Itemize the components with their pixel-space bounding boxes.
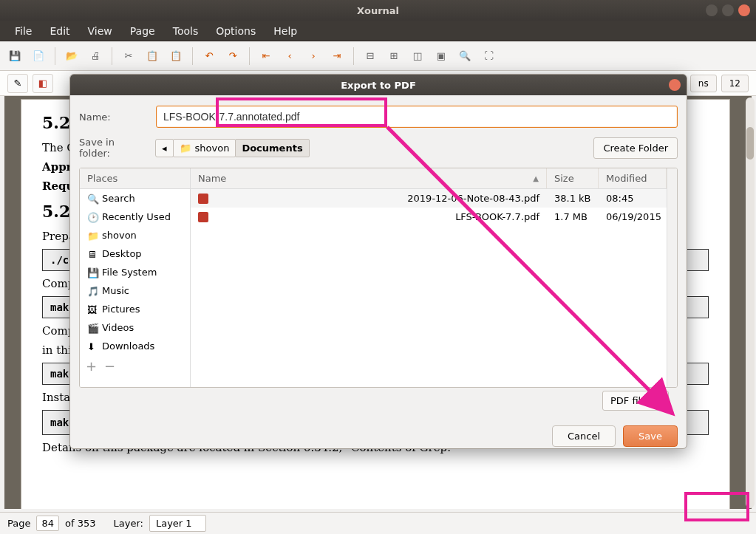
place-label: Desktop <box>102 248 142 259</box>
menu-view[interactable]: View <box>81 22 120 40</box>
remove-bookmark-icon[interactable]: − <box>104 358 115 374</box>
folder-breadcrumb: ◂ 📁shovon Documents <box>156 139 310 157</box>
place-item-desktop[interactable]: 🖥Desktop <box>80 244 190 263</box>
zoom-in-icon[interactable]: ⊞ <box>384 46 404 66</box>
add-bookmark-icon[interactable]: + <box>86 358 97 374</box>
place-icon: 🕑 <box>87 212 98 222</box>
open-icon[interactable]: 📂 <box>61 46 82 66</box>
place-item-search[interactable]: 🔍Search <box>80 189 190 208</box>
place-label: Pictures <box>102 304 140 315</box>
place-item-pictures[interactable]: 🖼Pictures <box>80 300 190 318</box>
file-modified: 08:45 <box>599 189 667 208</box>
zoom-out-icon[interactable]: ⊟ <box>360 46 381 66</box>
breadcrumb-documents[interactable]: Documents <box>235 139 309 157</box>
breadcrumb-shovon[interactable]: 📁shovon <box>173 139 236 157</box>
file-name: 2019-12-06-Note-08-43.pdf <box>407 193 539 204</box>
new-icon[interactable]: 📄 <box>28 46 49 66</box>
place-label: File System <box>102 267 157 278</box>
file-modified: 06/19/2015 <box>599 208 667 226</box>
file-size: 1.7 MB <box>547 208 599 226</box>
place-item-recently-used[interactable]: 🕑Recently Used <box>80 208 190 226</box>
page-spinner[interactable]: 84 <box>36 516 59 531</box>
place-item-downloads[interactable]: ⬇Downloads <box>80 337 190 355</box>
place-label: Search <box>102 193 135 204</box>
copy-icon[interactable]: 📋 <box>142 46 163 66</box>
place-label: Downloads <box>102 340 154 352</box>
fit-page-icon[interactable]: ▣ <box>431 46 452 66</box>
place-label: Music <box>102 285 129 296</box>
dialog-close-icon[interactable] <box>669 79 681 91</box>
pencil-tool-icon[interactable]: ✎ <box>7 74 28 93</box>
file-row[interactable]: 2019-12-06-Note-08-43.pdf38.1 kB08:45 <box>191 189 667 208</box>
place-label: shovon <box>102 230 137 241</box>
cancel-button[interactable]: Cancel <box>552 425 616 447</box>
place-icon: 🖼 <box>87 304 98 315</box>
pdf-file-icon <box>198 212 208 222</box>
create-folder-button[interactable]: Create Folder <box>593 137 678 159</box>
file-list-header: Name▲ Size Modified <box>191 168 667 189</box>
file-list-scrollbar[interactable] <box>667 168 677 387</box>
place-item-file-system[interactable]: 💾File System <box>80 263 190 281</box>
pdf-file-icon <box>198 194 208 204</box>
tab-ns[interactable]: ns <box>690 75 717 92</box>
place-item-videos[interactable]: 🎬Videos <box>80 318 190 337</box>
save-icon[interactable]: 💾 <box>4 46 25 66</box>
dialog-title-bar: Export to PDF <box>70 75 687 95</box>
filename-input[interactable] <box>156 106 678 128</box>
next-page-icon[interactable]: › <box>303 46 324 66</box>
file-name: LFS-BOOK-7.7.pdf <box>455 211 539 222</box>
maximize-button[interactable] <box>722 4 734 16</box>
menu-bar: File Edit View Page Tools Options Help <box>0 21 756 41</box>
app-title: Xournal <box>357 5 399 16</box>
breadcrumb-back-icon[interactable]: ◂ <box>155 139 174 157</box>
page-of: of 353 <box>65 518 95 529</box>
paste-icon[interactable]: 📋 <box>166 46 186 66</box>
prev-page-icon[interactable]: ‹ <box>279 46 300 66</box>
file-list: Name▲ Size Modified 2019-12-06-Note-08-4… <box>191 168 667 387</box>
menu-page[interactable]: Page <box>123 22 163 40</box>
menu-edit[interactable]: Edit <box>42 22 77 40</box>
cut-icon[interactable]: ✂ <box>118 46 139 66</box>
col-modified-header[interactable]: Modified <box>599 168 667 188</box>
place-icon: 🎵 <box>87 286 98 296</box>
place-icon: 💾 <box>87 267 98 278</box>
save-button[interactable]: Save <box>623 425 678 447</box>
minimize-button[interactable] <box>706 4 718 16</box>
fullscreen-icon[interactable]: ⛶ <box>478 46 499 66</box>
menu-help[interactable]: Help <box>266 22 304 40</box>
menu-tools[interactable]: Tools <box>166 22 206 40</box>
fit-width-icon[interactable]: ◫ <box>407 46 428 66</box>
folder-label: Save in folder: <box>79 137 147 159</box>
vertical-scrollbar[interactable] <box>746 97 755 508</box>
place-item-music[interactable]: 🎵Music <box>80 281 190 300</box>
file-size: 38.1 kB <box>547 189 599 208</box>
layer-dropdown[interactable]: Layer 1 <box>149 515 206 532</box>
place-label: Videos <box>102 322 134 333</box>
place-icon: ⬇ <box>87 341 98 352</box>
file-row[interactable]: LFS-BOOK-7.7.pdf1.7 MB06/19/2015 <box>191 208 667 226</box>
dialog-title: Export to PDF <box>341 80 416 91</box>
menu-options[interactable]: Options <box>208 22 263 40</box>
status-bar: Page 84 of 353 Layer: Layer 1 <box>0 512 756 534</box>
place-label: Recently Used <box>102 211 171 222</box>
zoom-icon[interactable]: 🔍 <box>454 46 475 66</box>
place-icon: 🔍 <box>87 194 98 204</box>
close-button[interactable] <box>738 4 750 16</box>
first-page-icon[interactable]: ⇤ <box>256 46 276 66</box>
file-type-filter[interactable]: PDF files <box>602 391 669 411</box>
last-page-icon[interactable]: ⇥ <box>327 46 347 66</box>
place-item-shovon[interactable]: 📁shovon <box>80 226 190 244</box>
col-size-header[interactable]: Size <box>547 168 599 188</box>
menu-file[interactable]: File <box>7 22 39 40</box>
main-toolbar: 💾 📄 📂 🖨 ✂ 📋 📋 ↶ ↷ ⇤ ‹ › ⇥ ⊟ ⊞ ◫ ▣ 🔍 ⛶ <box>0 41 756 71</box>
places-header: Places <box>80 168 190 189</box>
export-pdf-dialog: Export to PDF Name: Save in folder: ◂ 📁s… <box>69 74 687 449</box>
col-name-header[interactable]: Name▲ <box>191 168 547 188</box>
tab-count[interactable]: 12 <box>721 75 749 92</box>
redo-icon[interactable]: ↷ <box>222 46 243 66</box>
undo-icon[interactable]: ↶ <box>199 46 219 66</box>
place-icon: 🎬 <box>87 323 98 333</box>
window-controls <box>706 4 750 16</box>
eraser-tool-icon[interactable]: ◧ <box>33 74 53 93</box>
print-icon[interactable]: 🖨 <box>85 46 106 66</box>
